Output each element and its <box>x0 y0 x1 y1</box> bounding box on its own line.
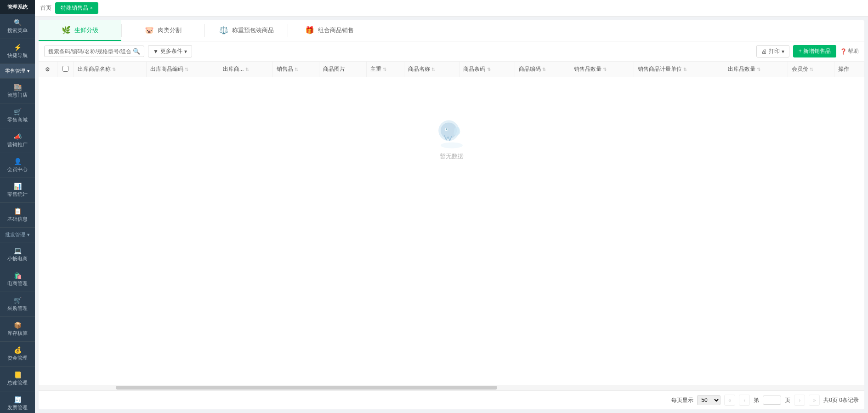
help-icon: ❓ <box>840 48 847 55</box>
search-input[interactable] <box>48 48 131 55</box>
print-button[interactable]: 🖨 打印 ▾ <box>756 45 789 57</box>
filter-chevron-icon: ▾ <box>184 48 187 55</box>
col-check[interactable] <box>57 62 74 77</box>
sidebar: 管理系统 🔍 搜索菜单 ⚡ 快捷导航 零售管理 ▾ 🏬 智慧门店 🛒 零售商城 … <box>0 0 35 413</box>
col-image: 商品图片 <box>319 62 366 77</box>
new-sale-button[interactable]: + 新增销售品 <box>793 45 836 57</box>
col-out-name: 出库商品名称 ⇅ <box>74 62 146 77</box>
next-page-button[interactable]: › <box>794 395 805 406</box>
marketing-icon: 📣 <box>2 133 33 140</box>
sidebar-item-capital[interactable]: 💰 资金管理 <box>0 342 35 367</box>
col-prod-code: 商品编码 ⇅ <box>515 62 570 77</box>
select-all-checkbox[interactable] <box>62 66 68 72</box>
capital-icon: 💰 <box>2 346 33 354</box>
sidebar-item-quicknav[interactable]: ⚡ 快捷导航 <box>0 39 35 64</box>
sidebar-item-retailmall[interactable]: 🛒 零售商城 <box>0 103 35 128</box>
retailmall-icon: 🛒 <box>2 108 33 115</box>
sidebar-item-basicinfo[interactable]: 📋 基础信息 <box>0 203 35 228</box>
page-suffix: 页 <box>785 396 790 404</box>
topbar-home[interactable]: 首页 <box>40 4 51 12</box>
sidebar-item-invoice[interactable]: 🧾 发票管理 <box>0 391 35 413</box>
sidebar-item-search[interactable]: 🔍 搜索菜单 <box>0 14 35 39</box>
search-menu-icon: 🔍 <box>2 19 33 26</box>
invoice-icon: 🧾 <box>2 396 33 403</box>
sort-icon-out-qty[interactable]: ⇅ <box>757 67 760 72</box>
sidebar-item-smallstore[interactable]: 💻 小畅电商 <box>0 242 35 267</box>
combo-tab-icon: 🎁 <box>305 26 314 34</box>
tab-fresh[interactable]: 🌿 生鲜分级 <box>39 20 121 41</box>
sidebar-item-member[interactable]: 👤 会员中心 <box>0 153 35 178</box>
sort-icon-out-code[interactable]: ⇅ <box>185 67 188 72</box>
member-icon: 👤 <box>2 158 33 165</box>
tab-scale[interactable]: ⚖️ 称重预包装商品 <box>205 20 288 41</box>
topbar-current-tab[interactable]: 特殊销售品 × <box>55 2 98 14</box>
sort-icon-sale-item[interactable]: ⇅ <box>295 67 298 72</box>
toolbar-right: 🖨 打印 ▾ + 新增销售品 ❓ 帮助 <box>756 45 859 57</box>
chevron-down-icon-batch: ▾ <box>27 232 30 238</box>
print-chevron-icon: ▾ <box>782 48 784 55</box>
horizontal-scrollbar[interactable] <box>39 385 864 390</box>
smartstore-icon: 🏬 <box>2 83 33 91</box>
sidebar-item-ecomm[interactable]: 🛍️ 电商管理 <box>0 267 35 292</box>
content-area: 🌿 生鲜分级 🐷 肉类分割 ⚖️ 称重预包装商品 🎁 组合商品销售 <box>39 20 864 409</box>
total-label: 共0页 0条记录 <box>823 396 859 404</box>
ledger-icon: 📒 <box>2 371 33 379</box>
basicinfo-icon: 📋 <box>2 207 33 215</box>
sort-icon-out-spec[interactable]: ⇅ <box>245 67 249 72</box>
sort-icon-sale-unit[interactable]: ⇅ <box>683 67 687 72</box>
col-actions: 操作 <box>834 62 864 77</box>
first-page-button[interactable]: « <box>724 395 735 406</box>
col-out-spec: 出库商... ⇅ <box>219 62 272 77</box>
tab-meat[interactable]: 🐷 肉类分割 <box>122 20 204 41</box>
topbar: 首页 特殊销售品 × <box>35 0 868 17</box>
settings-col-icon: ⚙ <box>45 66 50 73</box>
tab-combo[interactable]: 🎁 组合商品销售 <box>288 20 371 41</box>
chevron-down-icon: ▾ <box>27 68 30 74</box>
sidebar-item-retail[interactable]: 零售管理 ▾ <box>0 64 35 79</box>
col-prod-name: 商品名称 ⇅ <box>404 62 459 77</box>
smallstore-icon: 💻 <box>2 247 33 254</box>
quicknav-icon: ⚡ <box>2 44 33 51</box>
toolbar: 🔍 ▼ 更多条件 ▾ 🖨 打印 ▾ + 新增销售品 ❓ 帮助 <box>39 41 864 62</box>
sort-icon-sale-qty[interactable]: ⇅ <box>603 67 607 72</box>
search-box[interactable]: 🔍 <box>44 46 144 57</box>
close-tab-icon[interactable]: × <box>90 6 93 11</box>
sidebar-item-batch[interactable]: 批发管理 ▾ <box>0 228 35 242</box>
svg-point-0 <box>441 143 463 149</box>
col-member-price: 会员价 ⇅ <box>788 62 834 77</box>
retailstat-icon: 📊 <box>2 183 33 190</box>
page-input[interactable]: 1 <box>763 396 781 405</box>
filter-icon: ▼ <box>153 48 159 55</box>
col-out-code: 出库商品编码 ⇅ <box>146 62 219 77</box>
per-page-label: 每页显示 <box>671 396 693 404</box>
sort-icon-member-price[interactable]: ⇅ <box>810 67 813 72</box>
prev-page-button[interactable]: ‹ <box>739 395 750 406</box>
scale-tab-icon: ⚖️ <box>219 26 228 34</box>
sidebar-item-inventory[interactable]: 📦 库存核算 <box>0 317 35 342</box>
sidebar-item-smartstore[interactable]: 🏬 智慧门店 <box>0 79 35 103</box>
sort-icon-prod-code[interactable]: ⇅ <box>542 67 546 72</box>
col-sale-qty: 销售品数量 ⇅ <box>570 62 634 77</box>
sort-icon-weight[interactable]: ⇅ <box>383 67 386 72</box>
inventory-icon: 📦 <box>2 321 33 329</box>
per-page-select[interactable]: 102050100 <box>697 395 720 405</box>
tab-navigation: 🌿 生鲜分级 🐷 肉类分割 ⚖️ 称重预包装商品 🎁 组合商品销售 <box>39 20 864 41</box>
col-sale-unit: 销售商品计量单位 ⇅ <box>634 62 724 77</box>
sidebar-item-marketing[interactable]: 📣 营销推广 <box>0 128 35 153</box>
sort-icon-barcode[interactable]: ⇅ <box>487 67 491 72</box>
pagination: 每页显示 102050100 « ‹ 第 1 页 › » 共0页 0条记录 <box>39 390 864 409</box>
col-weight: 主重 ⇅ <box>366 62 404 77</box>
sort-icon-prod-name[interactable]: ⇅ <box>431 67 435 72</box>
sidebar-item-purchase[interactable]: 🛒 采购管理 <box>0 292 35 317</box>
sidebar-item-ledger[interactable]: 📒 总账管理 <box>0 367 35 391</box>
sidebar-item-retailstat[interactable]: 📊 零售统计 <box>0 178 35 203</box>
col-out-qty: 出库品数量 ⇅ <box>724 62 788 77</box>
col-settings[interactable]: ⚙ <box>39 62 57 77</box>
table-container: ⚙ 出库商品名称 ⇅ 出库商品编码 ⇅ <box>39 62 864 385</box>
last-page-button[interactable]: » <box>809 395 820 406</box>
purchase-icon: 🛒 <box>2 297 33 304</box>
help-button[interactable]: ❓ 帮助 <box>840 47 859 55</box>
filter-button[interactable]: ▼ 更多条件 ▾ <box>148 45 192 57</box>
sort-icon-out-name[interactable]: ⇅ <box>112 67 116 72</box>
scrollbar-thumb[interactable] <box>116 386 497 390</box>
